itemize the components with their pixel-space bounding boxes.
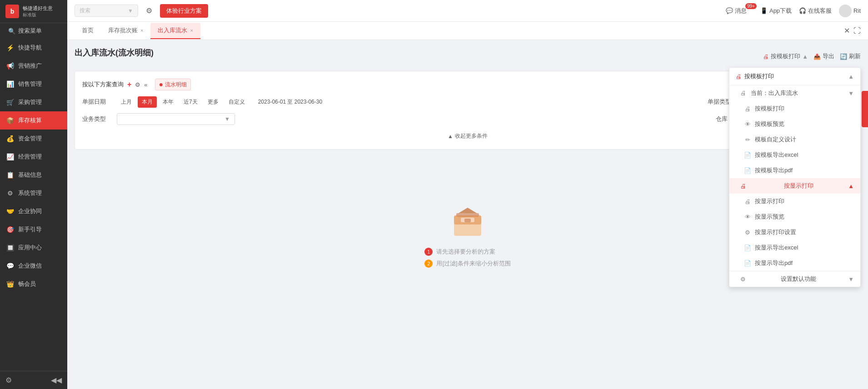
user-profile[interactable]: Rit bbox=[839, 5, 861, 17]
print-label: 按模板打印 bbox=[771, 52, 800, 60]
print-arrow-icon: ▲ bbox=[802, 53, 808, 60]
tab-home[interactable]: 首页 bbox=[75, 23, 101, 39]
dropdown-item-display-excel[interactable]: 📄 按显示导出excel bbox=[729, 240, 860, 255]
empty-step-2: 2 用[过滤]条件来缩小分析范围 bbox=[424, 259, 510, 268]
empty-steps: 1 请先选择要分析的方案 2 用[过滤]条件来缩小分析范围 bbox=[424, 248, 510, 268]
logo-name: 畅捷通好生意 bbox=[23, 5, 53, 12]
display-pdf-icon: 📄 bbox=[744, 259, 751, 267]
sidebar-item-marketing[interactable]: 📢 营销推广 bbox=[0, 57, 67, 75]
settings-footer-icon[interactable]: ⚙ bbox=[5, 376, 12, 384]
sidebar-item-label: 经营管理 bbox=[18, 153, 42, 161]
date-range-display: 2023-06-01 至 2023-06-30 bbox=[258, 98, 322, 106]
tab-inout-flow-label: 出入库流水 bbox=[158, 26, 187, 35]
svg-rect-3 bbox=[456, 213, 479, 217]
date-tab-more[interactable]: 更多 bbox=[204, 96, 223, 108]
dropdown-item-template-print[interactable]: 🖨 按模板打印 bbox=[729, 101, 860, 116]
dropdown-title-text: 按模板打印 bbox=[744, 72, 774, 80]
export-button[interactable]: 📤 导出 bbox=[813, 52, 834, 60]
tab-inout-flow-close[interactable]: × bbox=[190, 28, 193, 33]
dropdown-header[interactable]: 🖨 按模板打印 ▲ bbox=[729, 68, 860, 85]
dropdown-item-template-custom[interactable]: ✏ 模板自定义设计 bbox=[729, 132, 860, 147]
purchase-icon: 🛒 bbox=[5, 98, 15, 107]
dropdown-current-item[interactable]: 🖨 当前：出入库流水 ▼ bbox=[729, 85, 860, 101]
date-tab-custom[interactable]: 自定义 bbox=[224, 96, 249, 108]
quick-nav-icon: ⚡ bbox=[5, 43, 15, 52]
sidebar-item-wechat[interactable]: 💬 企业微信 bbox=[0, 257, 67, 275]
sidebar-item-label: 快捷导航 bbox=[18, 44, 42, 52]
sidebar-item-label: 营销推广 bbox=[18, 62, 42, 70]
date-tab-this-month[interactable]: 本月 bbox=[138, 96, 157, 108]
display-section-arrow: ▲ bbox=[848, 183, 854, 190]
online-service-link[interactable]: 🎧 在线客服 bbox=[799, 7, 832, 15]
empty-icon bbox=[449, 204, 486, 240]
tab-maximize-icon[interactable]: ⛶ bbox=[853, 27, 861, 35]
display-section-icon: 🖨 bbox=[740, 183, 746, 190]
template-custom-icon: ✏ bbox=[744, 136, 751, 143]
industry-solution-button[interactable]: 体验行业方案 bbox=[160, 4, 208, 18]
sidebar: b 畅捷通好生意 标准版 🔍 搜索菜单 ⚡ 快捷导航 📢 营销推广 📊 销售管理… bbox=[0, 0, 67, 389]
print-header-icon: 🖨 bbox=[736, 73, 742, 80]
sidebar-item-label: 系统管理 bbox=[18, 189, 42, 197]
message-badge[interactable]: 💬 消息 99+ bbox=[726, 7, 753, 15]
topbar-gear-icon[interactable]: ⚙ bbox=[143, 5, 155, 17]
app-download-link[interactable]: 📱 App下载 bbox=[760, 7, 792, 15]
filter-collapse-icon[interactable]: « bbox=[144, 81, 147, 88]
dropdown-item-display-preview[interactable]: 👁 按显示预览 bbox=[729, 209, 860, 224]
filter-add-icon[interactable]: + bbox=[127, 80, 131, 89]
date-tab-last-month[interactable]: 上月 bbox=[117, 96, 136, 108]
sidebar-item-operation[interactable]: 📈 经营管理 bbox=[0, 148, 67, 166]
dropdown-item-template-excel[interactable]: 📄 按模板导出excel bbox=[729, 147, 860, 163]
app-download-label: App下载 bbox=[769, 7, 792, 15]
sidebar-item-label: 畅会员 bbox=[18, 280, 36, 288]
message-icon: 💬 bbox=[726, 7, 733, 14]
filter-tag-item[interactable]: ● 流水明细 bbox=[155, 79, 191, 90]
sidebar-item-purchase[interactable]: 🛒 采购管理 bbox=[0, 93, 67, 111]
user-name: Rit bbox=[853, 7, 861, 14]
topbar-search-box[interactable]: 搜索 ▼ bbox=[75, 5, 138, 17]
dropdown-item-display-pdf[interactable]: 📄 按显示导出pdf bbox=[729, 255, 860, 271]
sidebar-item-corp[interactable]: 🤝 企业协同 bbox=[0, 202, 67, 220]
search-icon: 🔍 bbox=[8, 28, 15, 35]
template-pdf-label: 按模板导出pdf bbox=[755, 166, 793, 175]
sidebar-item-member[interactable]: 👑 畅会员 bbox=[0, 275, 67, 293]
print-button[interactable]: 🖨 按模板打印 ▲ bbox=[763, 52, 808, 60]
dropdown-item-template-pdf[interactable]: 📄 按模板导出pdf bbox=[729, 163, 860, 178]
date-tab-this-year[interactable]: 本年 bbox=[159, 96, 178, 108]
phone-icon: 📱 bbox=[760, 7, 768, 14]
step1-number: 1 bbox=[424, 248, 433, 256]
sidebar-item-inventory[interactable]: 📦 库存核算 bbox=[0, 111, 67, 130]
sidebar-item-quick-nav[interactable]: ⚡ 快捷导航 bbox=[0, 39, 67, 57]
tab-close-all-icon[interactable]: ✕ bbox=[844, 26, 850, 35]
tab-inout-flow[interactable]: 出入库流水 × bbox=[150, 23, 200, 39]
tab-batch-account-close[interactable]: × bbox=[140, 28, 143, 33]
display-print-icon: 🖨 bbox=[744, 198, 751, 205]
sidebar-item-app-center[interactable]: 🔲 应用中心 bbox=[0, 239, 67, 257]
collapse-footer-icon[interactable]: ◀◀ bbox=[51, 376, 62, 384]
default-func-arrow: ▼ bbox=[848, 276, 854, 283]
sidebar-item-basic[interactable]: 📋 基础信息 bbox=[0, 166, 67, 184]
sidebar-item-guide[interactable]: 🎯 新手引导 bbox=[0, 220, 67, 239]
refresh-button[interactable]: 🔄 刷新 bbox=[840, 52, 861, 60]
biz-type-select[interactable]: ▼ bbox=[117, 113, 235, 125]
sidebar-item-sales[interactable]: 📊 销售管理 bbox=[0, 75, 67, 93]
sidebar-search-item[interactable]: 🔍 搜索菜单 bbox=[0, 23, 67, 39]
logo-icon: b bbox=[5, 5, 19, 18]
tab-batch-account[interactable]: 库存批次账 × bbox=[101, 23, 150, 39]
date-tab-7days[interactable]: 近7天 bbox=[180, 96, 202, 108]
tabs-bar: 首页 库存批次账 × 出入库流水 × ✕ ⛶ bbox=[67, 22, 868, 40]
dropdown-header-arrow: ▲ bbox=[848, 73, 854, 80]
dropdown-item-display-settings[interactable]: ⚙ 按显示打印设置 bbox=[729, 224, 860, 240]
dropdown-item-template-preview[interactable]: 👁 按模板预览 bbox=[729, 116, 860, 132]
sidebar-item-finance[interactable]: 💰 资金管理 bbox=[0, 130, 67, 148]
dropdown-display-section[interactable]: 🖨 按显示打印 ▲ bbox=[729, 178, 860, 194]
sidebar-item-system[interactable]: ⚙ 系统管理 bbox=[0, 184, 67, 202]
filter-settings-icon[interactable]: ⚙ bbox=[135, 81, 140, 88]
template-excel-icon: 📄 bbox=[744, 151, 751, 159]
dropdown-default-func[interactable]: ⚙ 设置默认功能 ▼ bbox=[729, 271, 860, 287]
default-func-label: 设置默认功能 bbox=[781, 275, 816, 283]
sidebar-item-label: 企业协同 bbox=[18, 207, 42, 215]
right-sidebar-bar[interactable] bbox=[862, 91, 868, 127]
template-print-icon: 🖨 bbox=[744, 105, 751, 112]
search-dropdown-icon: ▼ bbox=[128, 8, 133, 14]
dropdown-item-display-print[interactable]: 🖨 按显示打印 bbox=[729, 194, 860, 209]
